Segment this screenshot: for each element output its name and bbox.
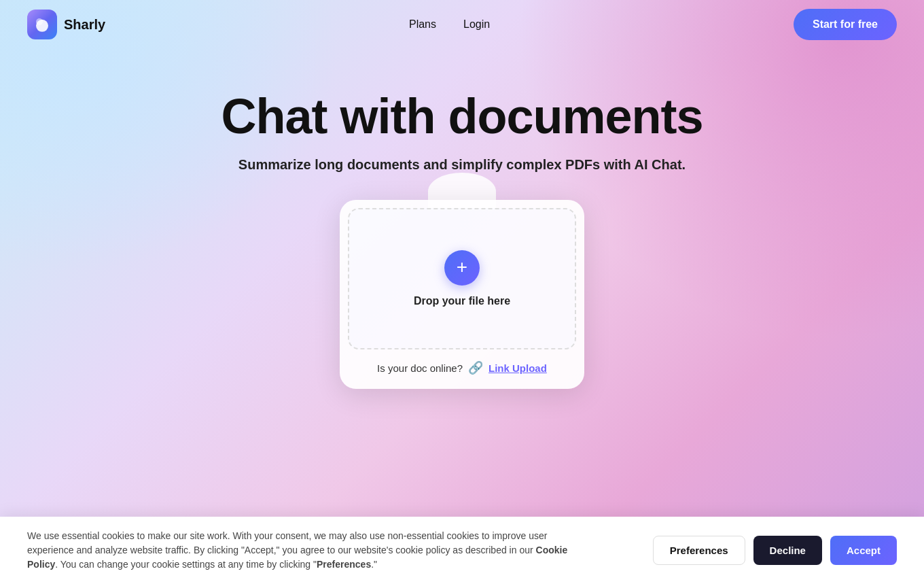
nav-link-login[interactable]: Login <box>463 18 490 31</box>
hero-subtitle: Summarize long documents and simplify co… <box>238 157 686 173</box>
logo-icon <box>27 10 57 39</box>
decline-button[interactable]: Decline <box>753 536 822 565</box>
link-icon: 🔗 <box>468 360 483 375</box>
hero-title: Chat with documents <box>221 90 703 143</box>
preferences-inline-link[interactable]: Preferences <box>317 559 371 570</box>
upload-dropzone[interactable]: + Drop your file here <box>348 208 576 349</box>
logo-name: Sharly <box>64 17 105 33</box>
accept-button[interactable]: Accept <box>830 536 897 565</box>
nav-link-plans[interactable]: Plans <box>409 18 436 31</box>
nav-links: Plans Login <box>409 18 490 31</box>
cookie-text: We use essential cookies to make our sit… <box>27 529 571 572</box>
preferences-button[interactable]: Preferences <box>653 536 745 565</box>
logo-area: Sharly <box>27 10 105 39</box>
page: Sharly Plans Login Start for free Chat w… <box>0 0 924 584</box>
upload-card[interactable]: + Drop your file here Is your doc online… <box>340 200 584 389</box>
link-upload-button[interactable]: Link Upload <box>488 362 547 374</box>
upload-container: + Drop your file here Is your doc online… <box>340 200 584 389</box>
drop-text: Drop your file here <box>414 295 510 307</box>
footer-question: Is your doc online? <box>377 362 463 374</box>
cookie-banner: We use essential cookies to make our sit… <box>0 517 924 584</box>
start-for-free-button[interactable]: Start for free <box>794 9 897 40</box>
upload-footer: Is your doc online? 🔗 Link Upload <box>348 349 576 381</box>
upload-plus-button[interactable]: + <box>444 250 480 286</box>
hero-section: Chat with documents Summarize long docum… <box>0 49 924 584</box>
cookie-buttons: Preferences Decline Accept <box>653 536 897 565</box>
cookie-policy-link[interactable]: Cookie Policy <box>27 545 567 570</box>
navbar: Sharly Plans Login Start for free <box>0 0 924 49</box>
plus-icon: + <box>457 258 467 277</box>
